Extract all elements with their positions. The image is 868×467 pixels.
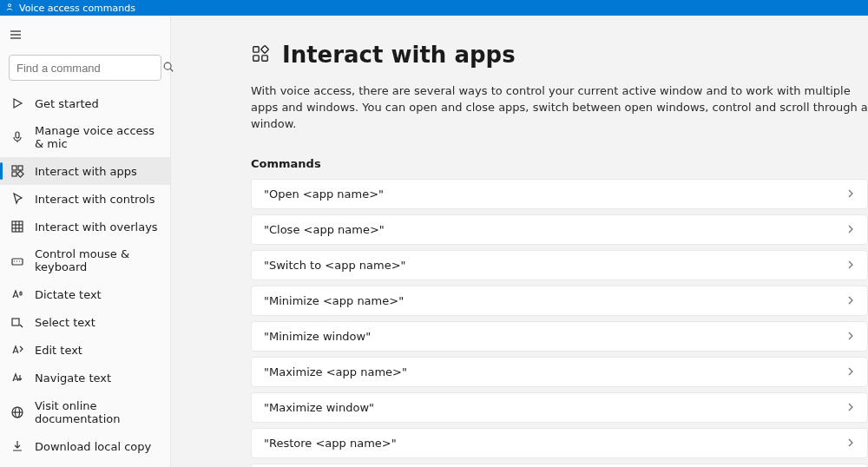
sidebar-item-label: Interact with overlays <box>35 220 158 234</box>
chevron-right-icon <box>846 223 855 236</box>
command-row[interactable]: "Minimize window" <box>251 321 868 352</box>
chevron-right-icon <box>846 401 855 414</box>
sidebar-item-manage-voice-mic[interactable]: Manage voice access & mic <box>0 117 170 157</box>
select-text-icon <box>10 315 24 329</box>
edit-text-icon <box>10 343 24 357</box>
window-title: Voice access commands <box>19 3 135 14</box>
navigate-text-icon <box>10 371 24 385</box>
sidebar-item-online-docs[interactable]: Visit online documentation <box>0 392 170 432</box>
sidebar: Get started Manage voice access & mic In… <box>0 16 171 467</box>
command-row[interactable]: "Maximize <app name>" <box>251 357 868 387</box>
command-row[interactable]: "Open <app name>" <box>251 179 868 209</box>
svg-rect-32 <box>261 45 269 53</box>
sidebar-item-label: Dictate text <box>35 288 102 301</box>
chevron-right-icon <box>846 187 855 201</box>
svg-marker-6 <box>14 99 22 108</box>
command-row[interactable]: "Restore <app name>" <box>251 428 868 458</box>
nav-list: Get started Manage voice access & mic In… <box>0 89 170 392</box>
command-label: "Open <app name>" <box>264 187 384 201</box>
svg-rect-22 <box>12 319 19 326</box>
content-area: Interact with apps With voice access, th… <box>171 16 868 467</box>
svg-rect-29 <box>253 46 259 51</box>
app-icon <box>5 3 14 14</box>
command-label: "Switch to <app name>" <box>264 259 406 272</box>
sidebar-item-label: Navigate text <box>35 372 111 385</box>
command-label: "Minimize window" <box>264 330 371 343</box>
sidebar-item-select-text[interactable]: Select text <box>0 308 170 336</box>
command-row[interactable]: "Close <app name>" <box>251 214 868 245</box>
sidebar-footer: Visit online documentation Download loca… <box>0 392 170 467</box>
svg-point-0 <box>8 3 10 6</box>
chevron-right-icon <box>846 259 855 272</box>
dictate-icon <box>10 287 24 301</box>
svg-rect-7 <box>16 132 19 138</box>
command-label: "Maximize <app name>" <box>264 365 407 378</box>
svg-rect-8 <box>12 166 16 170</box>
commands-heading: Commands <box>251 157 868 170</box>
svg-rect-30 <box>253 55 259 60</box>
grid-icon <box>10 220 24 234</box>
command-label: "Minimize <app name>" <box>264 294 404 307</box>
commands-list: "Open <app name>""Close <app name>""Swit… <box>251 179 868 467</box>
sidebar-item-interact-overlays[interactable]: Interact with overlays <box>0 213 170 240</box>
command-label: "Restore <app name>" <box>264 437 397 450</box>
command-row[interactable]: "Restore window" <box>251 464 868 467</box>
search-input[interactable] <box>16 62 162 75</box>
page-description: With voice access, there are several way… <box>251 83 868 133</box>
sidebar-item-label: Manage voice access & mic <box>35 124 161 150</box>
svg-rect-11 <box>17 171 23 177</box>
svg-rect-21 <box>20 292 22 295</box>
command-row[interactable]: "Switch to <app name>" <box>251 250 868 280</box>
command-row[interactable]: "Maximize window" <box>251 392 868 423</box>
sidebar-item-label: Get started <box>35 97 99 110</box>
svg-rect-31 <box>262 55 267 60</box>
chevron-right-icon <box>846 437 855 450</box>
apps-icon <box>251 44 270 66</box>
cursor-icon <box>10 192 24 206</box>
command-label: "Maximize window" <box>264 401 374 414</box>
page-header: Interact with apps <box>251 42 868 68</box>
svg-rect-9 <box>18 166 23 170</box>
sidebar-item-get-started[interactable]: Get started <box>0 89 170 117</box>
sidebar-item-interact-controls[interactable]: Interact with controls <box>0 185 170 213</box>
sidebar-item-label: Visit online documentation <box>35 399 161 425</box>
globe-icon <box>10 405 24 419</box>
mic-icon <box>10 130 24 144</box>
sidebar-item-navigate-text[interactable]: Navigate text <box>0 364 170 391</box>
chevron-right-icon <box>846 330 855 343</box>
svg-rect-10 <box>12 172 16 176</box>
apps-icon <box>10 164 24 178</box>
play-icon <box>10 96 24 110</box>
sidebar-item-label: Control mouse & keyboard <box>35 247 161 273</box>
sidebar-item-label: Interact with apps <box>35 165 137 178</box>
window-titlebar: Voice access commands <box>0 0 868 16</box>
sidebar-item-edit-text[interactable]: Edit text <box>0 336 170 364</box>
sidebar-item-interact-apps[interactable]: Interact with apps <box>0 157 170 185</box>
mouse-keyboard-icon <box>10 253 24 267</box>
sidebar-item-label: Interact with controls <box>35 193 155 206</box>
download-icon <box>10 439 24 453</box>
sidebar-item-label: Edit text <box>35 344 82 357</box>
sidebar-item-download[interactable]: Download local copy <box>0 432 170 460</box>
svg-rect-12 <box>12 221 23 232</box>
search-box[interactable] <box>9 55 161 81</box>
hamburger-button[interactable] <box>0 23 170 49</box>
svg-point-4 <box>164 62 171 69</box>
page-title: Interact with apps <box>282 42 516 68</box>
sidebar-item-label: Select text <box>35 316 95 329</box>
chevron-right-icon <box>846 365 855 378</box>
sidebar-item-dictate-text[interactable]: Dictate text <box>0 280 170 308</box>
command-row[interactable]: "Minimize <app name>" <box>251 286 868 316</box>
chevron-right-icon <box>846 294 855 307</box>
sidebar-item-label: Download local copy <box>35 440 151 453</box>
command-label: "Close <app name>" <box>264 223 385 236</box>
sidebar-item-mouse-keyboard[interactable]: Control mouse & keyboard <box>0 240 170 280</box>
